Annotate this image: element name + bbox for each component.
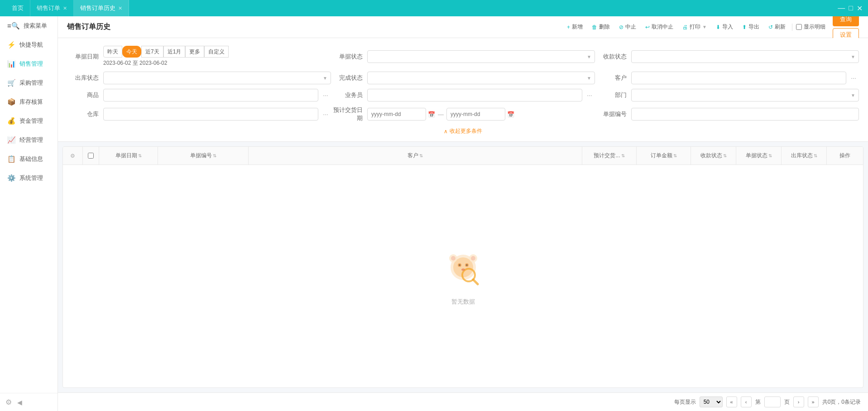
- customer-sort-icon[interactable]: ⇅: [419, 153, 423, 158]
- new-button[interactable]: + 新增: [564, 21, 585, 33]
- salesperson-ellipsis[interactable]: ···: [584, 92, 595, 99]
- query-button[interactable]: 查询: [833, 16, 859, 26]
- first-page-button[interactable]: «: [726, 396, 737, 407]
- select-all-checkbox[interactable]: [88, 153, 94, 159]
- svg-line-7: [473, 280, 478, 284]
- purchase-mgmt-icon: 🛒: [7, 79, 16, 87]
- doc-no-sort-icon[interactable]: ⇅: [213, 153, 216, 158]
- table-header: ⚙ 单据日期 ⇅ 单据编号 ⇅ 客户 ⇅ 预计交货...: [63, 147, 863, 165]
- filter-doc-status: 单据状态 ▼: [331, 44, 595, 69]
- product-input[interactable]: [103, 89, 318, 102]
- collapse-conditions[interactable]: ∧ 收起更多条件: [67, 125, 859, 136]
- customer-input[interactable]: [631, 72, 846, 84]
- sidebar-item-purchase-mgmt[interactable]: 🛒 采购管理: [0, 73, 58, 92]
- filter-area: 单据日期 昨天 今天 近7天 近1月 更多 自定义 2023-06-02 至 2…: [58, 38, 868, 142]
- last-page-button[interactable]: »: [808, 396, 819, 407]
- date-range-text: 2023-06-02 至 2023-06-02: [103, 59, 331, 67]
- sidebar-item-basic-info[interactable]: 📋 基础信息: [0, 150, 58, 169]
- doc-status-select[interactable]: [367, 50, 595, 63]
- date-btn-last1month[interactable]: 近1月: [163, 46, 186, 58]
- doc-number-input[interactable]: [631, 108, 859, 121]
- delivery-date-start-input[interactable]: [367, 108, 426, 121]
- show-detail-checkbox[interactable]: [796, 24, 802, 30]
- sidebar-item-fund-mgmt[interactable]: 💰 资金管理: [0, 111, 58, 131]
- page-label: 页: [784, 398, 790, 406]
- refresh-button[interactable]: ↺ 刷新: [766, 21, 788, 33]
- th-settings[interactable]: ⚙: [63, 147, 83, 164]
- toolbar-divider: [792, 24, 792, 31]
- sidebar-settings-icon[interactable]: ⚙: [5, 398, 12, 406]
- warehouse-input[interactable]: [103, 108, 318, 121]
- customer-ellipsis[interactable]: ···: [848, 74, 859, 82]
- stop-icon: ⊘: [619, 24, 623, 30]
- stop-button[interactable]: ⊘ 中止: [616, 21, 639, 33]
- product-ellipsis[interactable]: ···: [320, 92, 331, 99]
- amount-sort-icon[interactable]: ⇅: [673, 153, 677, 158]
- sidebar-item-ops-mgmt[interactable]: 📈 经营管理: [0, 131, 58, 150]
- doc-date-sort-icon[interactable]: ⇅: [138, 153, 142, 158]
- sales-mgmt-icon: 📊: [7, 60, 16, 68]
- warehouse-ellipsis[interactable]: ···: [320, 111, 331, 118]
- tab-sales-order[interactable]: 销售订单 ✕: [30, 0, 74, 16]
- date-btn-last7[interactable]: 近7天: [141, 46, 163, 58]
- date-btn-yesterday[interactable]: 昨天: [103, 46, 122, 58]
- maximize-button[interactable]: □: [849, 4, 853, 12]
- filter-payment-status: 收款状态 ▼: [595, 44, 859, 69]
- tab-home[interactable]: 首页: [5, 0, 30, 16]
- export-button[interactable]: ⬆ 导出: [739, 21, 762, 33]
- sidebar-bottom: ⚙ ◀: [0, 393, 58, 411]
- cancel-stop-button[interactable]: ↩ 取消中止: [643, 21, 676, 33]
- import-button[interactable]: ⬇ 导入: [713, 21, 736, 33]
- complete-status-select[interactable]: [367, 72, 595, 84]
- filter-product: 商品 ···: [67, 87, 331, 104]
- sidebar-item-search-menu[interactable]: ≡🔍 搜索菜单: [0, 16, 58, 35]
- delivery-status-select[interactable]: [103, 72, 331, 84]
- page-header: 销售订单历史 + 新增 🗑 删除 ⊘ 中止 ↩ 取消中止: [58, 16, 868, 38]
- table-settings-icon[interactable]: ⚙: [70, 153, 75, 159]
- sidebar-item-quick-nav[interactable]: ⚡ 快捷导航: [0, 35, 58, 54]
- product-label: 商品: [67, 91, 103, 99]
- department-select[interactable]: [631, 89, 859, 102]
- salesperson-input[interactable]: [367, 89, 582, 102]
- next-page-button[interactable]: ›: [793, 396, 804, 407]
- close-button[interactable]: ✕: [857, 4, 863, 13]
- payment-status-select[interactable]: [631, 50, 859, 63]
- sidebar-collapse-icon[interactable]: ◀: [17, 399, 22, 406]
- tab-sales-order-close[interactable]: ✕: [63, 5, 67, 11]
- minimize-button[interactable]: —: [838, 4, 845, 12]
- date-btn-more[interactable]: 更多: [185, 46, 204, 58]
- tab-sales-order-history-close[interactable]: ✕: [118, 5, 122, 11]
- delivery-status-sort-icon[interactable]: ⇅: [814, 153, 817, 158]
- sidebar-item-sys-mgmt[interactable]: ⚙️ 系统管理: [0, 169, 58, 188]
- sidebar-item-sales-mgmt[interactable]: 📊 销售管理: [0, 54, 58, 73]
- delivery-date-end-input[interactable]: [446, 108, 505, 121]
- date-filter-col: 昨天 今天 近7天 近1月 更多 自定义 2023-06-02 至 2023-0…: [103, 46, 331, 67]
- svg-point-11: [451, 256, 456, 261]
- print-button[interactable]: 🖨 打印 ▼: [680, 21, 710, 33]
- filter-doc-number: 单据编号: [595, 104, 859, 125]
- new-icon: +: [567, 24, 570, 30]
- per-page-select[interactable]: 50 10 20 100: [700, 396, 723, 407]
- sidebar-item-stock-calc[interactable]: 📦 库存核算: [0, 92, 58, 111]
- prev-page-button[interactable]: ‹: [741, 396, 752, 407]
- per-page-label: 每页显示: [674, 398, 696, 406]
- filter-row-1: 单据日期 昨天 今天 近7天 近1月 更多 自定义 2023-06-02 至 2…: [67, 44, 859, 69]
- delivery-date-start-calendar-icon[interactable]: 📅: [428, 111, 435, 118]
- date-btn-custom[interactable]: 自定义: [204, 46, 229, 58]
- delivery-sort-icon[interactable]: ⇅: [621, 153, 625, 158]
- th-customer: 客户 ⇅: [249, 147, 582, 164]
- ops-mgmt-icon: 📈: [7, 136, 16, 144]
- refresh-icon: ↺: [768, 24, 773, 30]
- doc-status-sort-icon[interactable]: ⇅: [768, 153, 772, 158]
- date-btn-today[interactable]: 今天: [122, 46, 141, 58]
- svg-point-12: [471, 256, 475, 261]
- topbar-right: — □ ✕: [838, 4, 863, 13]
- current-page-input[interactable]: 1: [764, 396, 781, 407]
- delivery-date-end-calendar-icon[interactable]: 📅: [507, 111, 514, 118]
- payment-status-sort-icon[interactable]: ⇅: [723, 153, 727, 158]
- th-order-amount: 订单金额 ⇅: [637, 147, 691, 164]
- delete-button[interactable]: 🗑 删除: [589, 21, 613, 33]
- tab-sales-order-history[interactable]: 销售订单历史 ✕: [74, 0, 129, 16]
- next-page-icon: ›: [798, 399, 800, 405]
- show-detail-label: 显示明细: [796, 23, 825, 31]
